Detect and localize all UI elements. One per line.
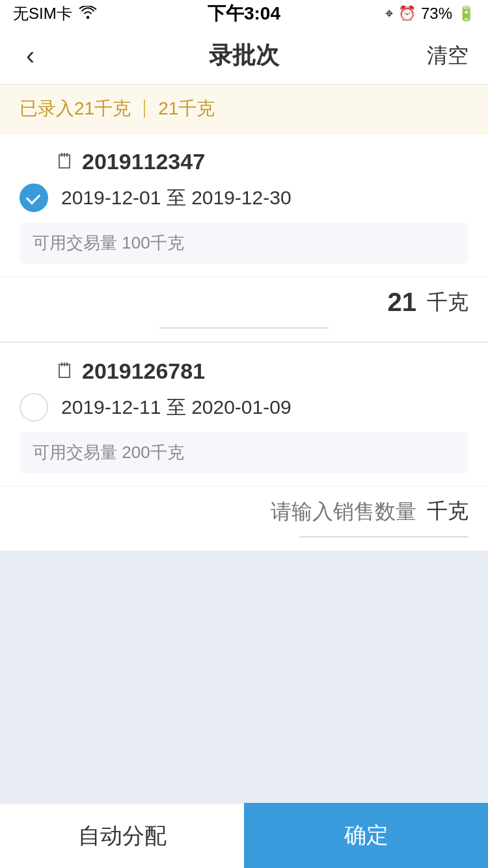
wifi-icon: [79, 5, 97, 23]
recorded-value: 21千克: [158, 96, 215, 121]
batch-1-availability: 可用交易量 100千克: [20, 223, 468, 264]
back-button[interactable]: ‹: [20, 34, 41, 77]
batch-2-radio[interactable]: [20, 393, 48, 422]
batch-2-availability: 可用交易量 200千克: [20, 432, 468, 473]
status-left: 无SIM卡: [13, 3, 97, 24]
batch-2-date: 2019-12-11 至 2020-01-09: [61, 394, 291, 421]
batch-card-2-inner: 🗒 2019126781 2019-12-11 至 2020-01-09 可用交…: [0, 343, 488, 473]
sim-text: 无SIM卡: [13, 3, 72, 24]
batch-2-doc-icon: 🗒: [55, 359, 75, 383]
batch-1-date-row[interactable]: 2019-12-01 至 2019-12-30: [20, 183, 468, 212]
batch-card-1-inner: 🗒 2019112347 2019-12-01 至 2019-12-30 可用交…: [0, 133, 488, 264]
batch-2-id-row: 🗒 2019126781: [20, 359, 468, 384]
banner-divider: [144, 100, 145, 118]
batch-2-bottom-space: [0, 537, 488, 550]
content-wrapper: 🗒 2019112347 2019-12-01 至 2019-12-30 可用交…: [0, 133, 488, 852]
batch-2-input-row[interactable]: 千克: [0, 486, 488, 536]
batch-1-bottom-space: [0, 329, 488, 342]
batch-1-doc-icon: 🗒: [55, 150, 75, 174]
auto-distribute-button[interactable]: 自动分配: [0, 803, 244, 868]
batch-1-id: 2019112347: [82, 149, 205, 174]
batch-1-unit: 千克: [427, 288, 468, 317]
page-title: 录批次: [209, 40, 279, 72]
status-right: ⌖ ⏰ 73% 🔋: [385, 5, 475, 23]
status-time: 下午3:04: [208, 1, 280, 26]
battery-percent: 73%: [421, 5, 452, 23]
batch-1-id-row: 🗒 2019112347: [20, 149, 468, 174]
recorded-label: 已录入21千克: [20, 96, 131, 121]
batch-1-amount-row: 21 千克: [0, 277, 488, 327]
batch-2-date-row[interactable]: 2019-12-11 至 2020-01-09: [20, 393, 468, 422]
info-banner: 已录入21千克 21千克: [0, 85, 488, 133]
batch-2-quantity-input[interactable]: [189, 500, 416, 524]
batch-1-amount: 21: [388, 288, 417, 317]
batch-2-id: 2019126781: [82, 359, 205, 384]
status-bar: 无SIM卡 下午3:04 ⌖ ⏰ 73% 🔋: [0, 0, 488, 27]
location-icon: ⌖: [385, 5, 393, 22]
batch-1-date: 2019-12-01 至 2019-12-30: [61, 185, 291, 211]
batch-card-1: 🗒 2019112347 2019-12-01 至 2019-12-30 可用交…: [0, 133, 488, 342]
batch-1-radio[interactable]: [20, 183, 48, 212]
clear-button[interactable]: 清空: [427, 42, 468, 70]
batch-card-2: 🗒 2019126781 2019-12-11 至 2020-01-09 可用交…: [0, 343, 488, 550]
battery-icon: 🔋: [457, 5, 475, 22]
batch-2-unit: 千克: [427, 497, 468, 526]
alarm-icon: ⏰: [398, 5, 416, 22]
bottom-actions: 自动分配 确定: [0, 803, 488, 868]
nav-bar: ‹ 录批次 清空: [0, 27, 488, 85]
confirm-button[interactable]: 确定: [244, 803, 488, 868]
